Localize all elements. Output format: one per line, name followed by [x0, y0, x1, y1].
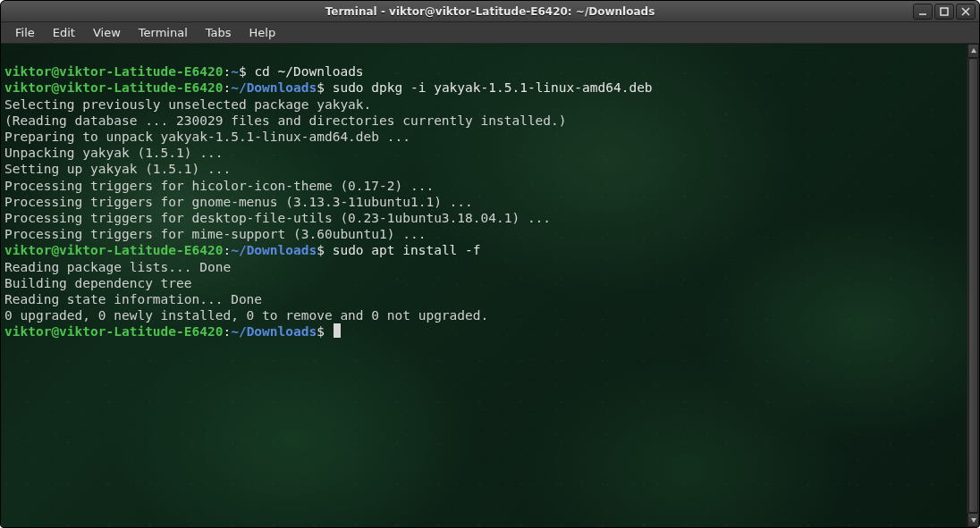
output-line: Processing triggers for gnome-menus (3.1…: [4, 195, 473, 209]
prompt-path: ~/Downloads: [231, 80, 317, 95]
cmd-apt-f: sudo apt install -f: [333, 243, 481, 257]
prompt-path: ~: [231, 64, 239, 79]
menu-file[interactable]: File: [6, 24, 44, 41]
minimize-icon: [918, 7, 927, 16]
output-line: Unpacking yakyak (1.5.1) ...: [4, 146, 223, 160]
menu-view[interactable]: View: [84, 24, 130, 41]
output-line: Processing triggers for desktop-file-uti…: [4, 211, 551, 225]
prompt-dollar: $: [239, 64, 254, 79]
chevron-up-icon: [970, 47, 977, 54]
svg-rect-1: [941, 8, 948, 15]
window-controls: [913, 1, 976, 22]
output-line: Reading state information... Done: [4, 292, 262, 306]
titlebar[interactable]: Terminal - viktor@viktor-Latitude-E6420:…: [1, 1, 979, 22]
prompt-userhost: viktor@viktor-Latitude-E6420: [4, 80, 223, 95]
menubar: File Edit View Terminal Tabs Help: [1, 22, 979, 44]
output-line: 0 upgraded, 0 newly installed, 0 to remo…: [4, 308, 488, 323]
close-icon: [961, 7, 970, 16]
prompt-dollar: $: [317, 243, 332, 257]
prompt-userhost: viktor@viktor-Latitude-E6420: [4, 324, 223, 339]
prompt-userhost: viktor@viktor-Latitude-E6420: [4, 243, 223, 257]
minimize-button[interactable]: [913, 4, 933, 20]
menu-tabs[interactable]: Tabs: [197, 24, 241, 41]
menu-help[interactable]: Help: [241, 24, 285, 41]
menu-terminal[interactable]: Terminal: [130, 24, 197, 41]
output-line: Preparing to unpack yakyak-1.5.1-linux-a…: [4, 130, 410, 144]
scroll-up-button[interactable]: [967, 44, 979, 58]
prompt-sep: :: [223, 324, 231, 339]
cmd-dpkg: sudo dpkg -i yakyak-1.5.1-linux-amd64.de…: [333, 80, 653, 95]
prompt-sep: :: [223, 80, 231, 95]
menu-edit[interactable]: Edit: [44, 24, 84, 41]
svg-marker-4: [971, 48, 976, 53]
output-line: Processing triggers for hicolor-icon-the…: [4, 179, 434, 193]
scrollbar-track[interactable]: [967, 58, 979, 513]
prompt-userhost: viktor@viktor-Latitude-E6420: [4, 64, 223, 79]
output-line: Processing triggers for mime-support (3.…: [4, 227, 426, 241]
terminal-viewport: viktor@viktor-Latitude-E6420:~$ cd ~/Dow…: [1, 44, 979, 527]
terminal-window: Terminal - viktor@viktor-Latitude-E6420:…: [0, 0, 980, 528]
terminal-content[interactable]: viktor@viktor-Latitude-E6420:~$ cd ~/Dow…: [1, 44, 979, 527]
prompt-path: ~/Downloads: [231, 243, 317, 257]
scrollbar[interactable]: [967, 44, 979, 527]
close-button[interactable]: [956, 4, 976, 20]
prompt-sep: :: [223, 243, 231, 257]
output-line: Setting up yakyak (1.5.1) ...: [4, 162, 231, 176]
window-title: Terminal - viktor@viktor-Latitude-E6420:…: [1, 5, 979, 18]
chevron-down-icon: [970, 516, 977, 524]
terminal-cursor: [334, 323, 341, 338]
output-line: Building dependency tree: [4, 276, 192, 290]
prompt-dollar: $: [317, 80, 332, 95]
output-line: Reading package lists... Done: [4, 260, 231, 274]
maximize-button[interactable]: [934, 4, 954, 20]
cmd-cd: cd ~/Downloads: [254, 64, 363, 79]
scroll-down-button[interactable]: [967, 513, 979, 527]
scrollbar-thumb[interactable]: [968, 58, 978, 513]
prompt-sep: :: [223, 64, 231, 79]
maximize-icon: [940, 7, 949, 16]
prompt-path: ~/Downloads: [231, 324, 317, 339]
svg-marker-5: [971, 518, 976, 523]
prompt-dollar: $: [317, 324, 332, 339]
output-line: (Reading database ... 230029 files and d…: [4, 113, 567, 128]
output-line: Selecting previously unselected package …: [4, 97, 371, 112]
